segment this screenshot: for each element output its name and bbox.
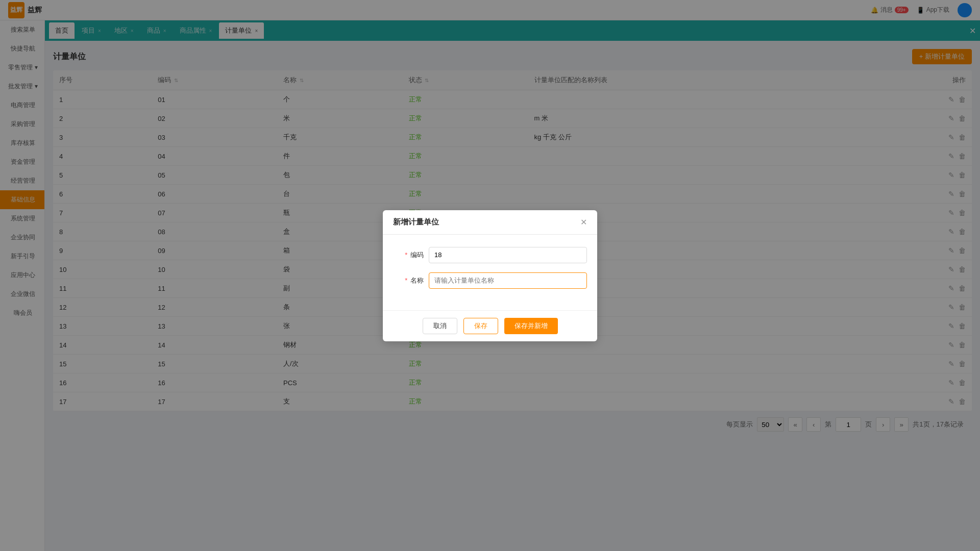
modal-close-btn[interactable]: ✕ — [580, 217, 587, 227]
save-new-button[interactable]: 保存并新增 — [504, 318, 558, 334]
code-input[interactable] — [429, 247, 587, 263]
modal-header: 新增计量单位 ✕ — [383, 210, 597, 235]
save-button[interactable]: 保存 — [463, 318, 498, 334]
name-label: * 名称 — [393, 276, 424, 285]
modal-body: * 编码 * 名称 — [383, 235, 597, 310]
code-label: * 编码 — [393, 251, 424, 260]
modal-footer: 取消 保存 保存并新增 — [383, 310, 597, 341]
required-star-name: * — [405, 277, 407, 284]
add-unit-modal: 新增计量单位 ✕ * 编码 * 名称 取消 保存 保存并新增 — [383, 210, 597, 341]
name-input[interactable] — [429, 272, 587, 289]
modal-overlay: 新增计量单位 ✕ * 编码 * 名称 取消 保存 保存并新增 — [0, 0, 980, 551]
code-form-row: * 编码 — [393, 247, 587, 263]
modal-title: 新增计量单位 — [393, 217, 439, 227]
name-form-row: * 名称 — [393, 272, 587, 289]
cancel-button[interactable]: 取消 — [423, 318, 457, 334]
required-star-code: * — [405, 251, 407, 259]
